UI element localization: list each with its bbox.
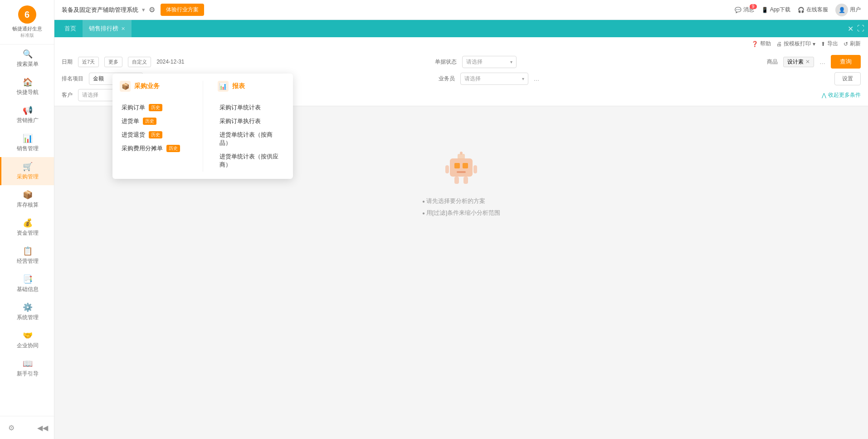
topbar-settings-icon[interactable]: ⚙	[149, 5, 155, 14]
nav-label-6: 资金管理	[17, 229, 39, 237]
app-download-btn[interactable]: 📱 App下载	[761, 6, 790, 14]
goods-label: 商品	[767, 58, 778, 66]
nav-label-8: 基础信息	[17, 286, 39, 293]
print-dropdown-icon[interactable]: ▾	[813, 41, 815, 47]
nav-icon-5: 📦	[23, 190, 33, 200]
close-tab-icon[interactable]: ✕	[848, 25, 853, 33]
query-btn[interactable]: 查询	[831, 55, 861, 69]
user-btn[interactable]: 👤 用户	[835, 4, 861, 16]
maximize-tab-icon[interactable]: ⛶	[857, 25, 864, 33]
nav-label-4: 采购管理	[17, 173, 39, 181]
export-btn[interactable]: ⬆ 导出	[821, 40, 838, 48]
empty-hint: 请先选择要分析的方案 用[过滤]条件来缩小分析范围	[422, 195, 500, 219]
tabs-right-actions: ✕ ⛶	[848, 25, 864, 33]
tab-home[interactable]: 首页	[58, 20, 83, 37]
dropdown-col-reports: 📊 报表 采购订单统计表 采购订单执行表 进货单统计表（按商品） 进货单统计表（…	[218, 81, 286, 172]
salesperson-ellipsis[interactable]: …	[534, 75, 540, 82]
tabs-bar: 首页 销售排行榜 ✕ ✕ ⛶	[54, 20, 868, 37]
sidebar-item-6[interactable]: 💰资金管理	[0, 213, 54, 242]
dropdown-item-report-inbound-goods[interactable]: 进货单统计表（按商品）	[218, 128, 286, 150]
dropdown-divider	[203, 81, 203, 172]
filter-toolbar: ❓ 帮助 🖨 按模板打印 ▾ ⬆ 导出 ↺ 刷新	[54, 37, 868, 50]
nav-icon-6: 💰	[23, 218, 33, 228]
sidebar-item-9[interactable]: ⚙️系统管理	[0, 298, 54, 326]
print-btn[interactable]: 🖨 按模板打印 ▾	[776, 40, 815, 48]
sidebar-item-2[interactable]: 📢营销推广	[0, 101, 54, 129]
nav-label-10: 企业协同	[17, 342, 39, 350]
nav-icon-9: ⚙️	[23, 302, 33, 312]
nav-label-0: 搜索菜单	[17, 60, 39, 68]
refresh-btn[interactable]: ↺ 刷新	[844, 40, 861, 48]
tab-close-icon[interactable]: ✕	[121, 26, 125, 32]
sidebar-item-5[interactable]: 📦库存核算	[0, 185, 54, 213]
date-label: 日期	[62, 58, 73, 66]
sidebar-logo: 6 畅捷通好生意 标准版	[0, 0, 54, 44]
topbar: 装备及固定资产辅助管理系统 ▾ ⚙ 体验行业方案 💬 消息 9 📱 App下载 …	[54, 0, 868, 20]
svg-rect-9	[463, 177, 468, 184]
logo-text: 畅捷通好生意 标准版	[12, 25, 42, 39]
nav-label-2: 营销推广	[17, 117, 39, 124]
online-service-btn[interactable]: 🎧 在线客服	[798, 6, 828, 14]
tab-sales-rank[interactable]: 销售排行榜 ✕	[83, 20, 132, 37]
dropdown-item-report-order-stat[interactable]: 采购订单统计表	[218, 101, 286, 114]
collapse-sidebar-icon[interactable]: ◀◀	[36, 421, 49, 434]
sidebar-item-10[interactable]: 🤝企业协同	[0, 326, 54, 354]
dropdown-item-report-inbound-supplier[interactable]: 进货单统计表（按供应商）	[218, 150, 286, 172]
industry-btn[interactable]: 体验行业方案	[161, 4, 204, 16]
goods-ellipsis[interactable]: …	[819, 59, 825, 65]
avatar: 👤	[835, 4, 848, 16]
salesperson-select[interactable]: 请选择 ▾	[460, 73, 528, 85]
rank-label: 排名项目	[62, 75, 83, 83]
help-btn[interactable]: ❓ 帮助	[751, 40, 771, 48]
dropdown-item-purchase-order[interactable]: 采购订单 历史	[120, 101, 188, 114]
badge-history-3: 历史	[166, 145, 180, 152]
set-btn[interactable]: 设置	[834, 72, 861, 85]
dropdown-item-report-order-exec[interactable]: 采购订单执行表	[218, 114, 286, 128]
sidebar-item-3[interactable]: 📊销售管理	[0, 129, 54, 157]
sidebar-item-7[interactable]: 📋经营管理	[0, 242, 54, 270]
badge-history-0: 历史	[149, 104, 162, 111]
nav-label-3: 销售管理	[17, 145, 39, 153]
filter-row-1: 日期 近7天 更多 自定义 2024-12-31 单据状态 请选择 ▾ 商品 设…	[62, 55, 861, 69]
sidebar-item-0[interactable]: 🔍搜索菜单	[0, 44, 54, 73]
salesperson-label: 业务员	[439, 75, 455, 83]
system-dropdown-arrow[interactable]: ▾	[142, 6, 145, 13]
print-icon: 🖨	[776, 41, 782, 47]
empty-illustration	[439, 143, 484, 188]
nav-label-1: 快捷导航	[17, 89, 39, 96]
sidebar-item-8[interactable]: 📑基础信息	[0, 270, 54, 298]
collapse-btn[interactable]: ⋀ 收起更多条件	[822, 91, 861, 99]
salesperson-arrow: ▾	[522, 76, 524, 81]
date-more-btn[interactable]: 更多	[104, 57, 122, 67]
nav-icon-3: 📊	[23, 133, 33, 143]
status-select[interactable]: 请选择 ▾	[462, 56, 517, 68]
date-custom-btn[interactable]: 自定义	[128, 57, 151, 67]
date-7days-btn[interactable]: 近7天	[78, 57, 99, 67]
goods-tag-close[interactable]: ✕	[805, 59, 810, 65]
svg-rect-0	[450, 158, 473, 177]
badge-history-1: 历史	[143, 118, 156, 125]
dropdown-item-return[interactable]: 进货退货 历史	[120, 128, 188, 142]
nav-label-7: 经营管理	[17, 257, 39, 265]
export-icon: ⬆	[821, 41, 825, 47]
message-icon: 💬	[735, 7, 741, 13]
col2-icon: 📊	[218, 81, 229, 92]
status-select-arrow: ▾	[510, 59, 512, 64]
sidebar-item-1[interactable]: 🏠快捷导航	[0, 73, 54, 101]
sidebar-item-4[interactable]: 🛒采购管理	[0, 157, 54, 185]
nav-icon-11: 📖	[23, 359, 33, 369]
dropdown-item-inbound[interactable]: 进货单 历史	[120, 114, 188, 128]
dropdown-item-expense[interactable]: 采购费用分摊单 历史	[120, 142, 188, 155]
message-btn[interactable]: 💬 消息 9	[735, 6, 754, 14]
col2-header: 📊 报表	[218, 81, 286, 95]
sidebar-item-11[interactable]: 📖新手引导	[0, 354, 54, 382]
goods-tag: 设计素 ✕	[783, 57, 814, 67]
main-area: 装备及固定资产辅助管理系统 ▾ ⚙ 体验行业方案 💬 消息 9 📱 App下载 …	[54, 0, 868, 439]
svg-rect-5	[460, 152, 463, 154]
nav-icon-2: 📢	[23, 105, 33, 115]
svg-rect-4	[458, 154, 465, 159]
settings-bottom-icon[interactable]: ⚙	[5, 421, 18, 434]
headset-icon: 🎧	[798, 7, 805, 13]
sidebar-nav: 🔍搜索菜单🏠快捷导航📢营销推广📊销售管理🛒采购管理📦库存核算💰资金管理📋经营管理…	[0, 44, 54, 416]
nav-icon-7: 📋	[23, 246, 33, 256]
